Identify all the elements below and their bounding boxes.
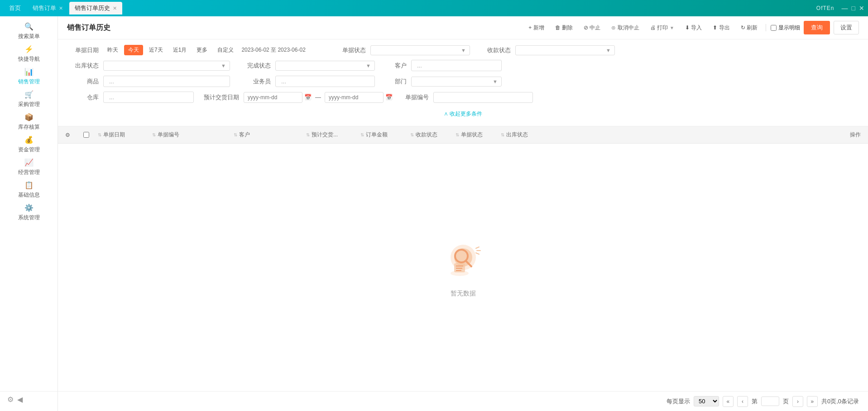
order-status-select[interactable]: ▼: [370, 45, 470, 55]
sort-icon-customer: ⇅: [234, 132, 237, 137]
date-tag-1month[interactable]: 近1月: [169, 45, 191, 55]
delivery-status-arrow: ▼: [221, 63, 226, 68]
main-content: 销售订单历史 + 新增 🗑 删除 ⊘ 中止 ⊙ 取消中止 🖨 打印 ▼ ⬇ 导入…: [58, 16, 868, 411]
toolbar-divider: [766, 24, 766, 31]
svg-line-4: [476, 247, 479, 248]
sidebar-item-search-menu-label: 搜索菜单: [18, 33, 40, 40]
print-label: 🖨 打印: [650, 24, 668, 32]
th-customer-label: 客户: [239, 131, 250, 139]
import-button[interactable]: ⬇ 导入: [681, 22, 705, 34]
tab-home-label: 首页: [9, 4, 21, 12]
stop-button[interactable]: ⊘ 中止: [580, 22, 604, 34]
date-tag-custom[interactable]: 自定义: [213, 45, 238, 55]
date-tag-group: 昨天 今天 近7天 近1月 更多 自定义: [103, 45, 238, 55]
maximize-btn[interactable]: □: [852, 5, 855, 12]
sidebar-item-inventory[interactable]: 📦 库存核算: [0, 111, 58, 133]
export-button[interactable]: ⬆ 导出: [709, 22, 733, 34]
sidebar-item-basic-info-label: 基础信息: [18, 191, 40, 199]
page-header: 销售订单历史 + 新增 🗑 删除 ⊘ 中止 ⊙ 取消中止 🖨 打印 ▼ ⬇ 导入…: [58, 16, 868, 39]
completion-status-select[interactable]: ▼: [275, 61, 375, 71]
department-select[interactable]: ▼: [411, 77, 502, 87]
date-tag-more[interactable]: 更多: [192, 45, 211, 55]
date-dash: —: [315, 94, 321, 101]
page-input[interactable]: 1: [761, 396, 779, 406]
sidebar: 🔍 搜索菜单 ⚡ 快捷导航 📊 销售管理 🛒 采购管理 📦 库存核算 💰 资金管…: [0, 16, 58, 411]
pagination-bar: 每页显示 50 10 20 100 « ‹ 第 1 页 › » 共0页,0条记录: [58, 391, 868, 411]
quick-nav-icon: ⚡: [24, 45, 34, 53]
completion-status-arrow: ▼: [366, 63, 371, 68]
delivery-date-start[interactable]: [244, 92, 302, 103]
date-tag-7days[interactable]: 近7天: [145, 45, 167, 55]
delivery-date-end-cal[interactable]: 📅: [385, 94, 393, 101]
print-button[interactable]: 🖨 打印 ▼: [647, 22, 678, 34]
prev-page-btn[interactable]: ‹: [737, 396, 748, 407]
show-detail-checkbox[interactable]: [771, 25, 777, 31]
page-size-select[interactable]: 50 10 20 100: [694, 396, 719, 406]
th-delivery-status[interactable]: ⇅ 出库状态: [497, 131, 542, 139]
order-no-input[interactable]: [433, 92, 533, 103]
sidebar-settings-icon[interactable]: ⚙: [7, 395, 14, 404]
sort-icon-order-no: ⇅: [152, 132, 156, 137]
customer-picker[interactable]: ...: [411, 60, 502, 71]
order-status-label: 单据状态: [339, 46, 370, 54]
tab-home[interactable]: 首页: [4, 2, 26, 15]
minimize-btn[interactable]: —: [842, 5, 848, 12]
query-button[interactable]: 查询: [804, 21, 830, 34]
sidebar-item-purchase-mgmt[interactable]: 🛒 采购管理: [0, 88, 58, 111]
show-detail-checkbox-label[interactable]: 显示明细: [771, 24, 800, 32]
sidebar-item-search-menu[interactable]: 🔍 搜索菜单: [0, 20, 58, 43]
system-icon: ⚙️: [24, 203, 34, 212]
order-status-arrow: ▼: [461, 48, 466, 53]
payment-status-select[interactable]: ▼: [515, 45, 615, 55]
refresh-button[interactable]: ↻ 刷新: [737, 22, 761, 34]
sidebar-item-quick-nav[interactable]: ⚡ 快捷导航: [0, 43, 58, 65]
last-page-btn[interactable]: »: [807, 396, 818, 407]
completion-status-label: 完成状态: [244, 62, 275, 70]
sidebar-item-basic-info[interactable]: 📋 基础信息: [0, 179, 58, 201]
sidebar-collapse-icon[interactable]: ◀: [17, 395, 23, 404]
th-pay-status[interactable]: ⇅ 收款状态: [407, 131, 452, 139]
date-tag-yesterday[interactable]: 昨天: [103, 45, 122, 55]
date-tag-today[interactable]: 今天: [124, 45, 143, 55]
delivery-date-start-cal[interactable]: 📅: [304, 94, 312, 101]
tab-sales-order-history-close[interactable]: ✕: [113, 5, 117, 11]
print-dropdown-icon[interactable]: ▼: [670, 25, 674, 30]
sort-icon-amount: ⇅: [360, 132, 364, 137]
tab-sales-order[interactable]: 销售订单 ✕: [27, 2, 68, 15]
delivery-date-end[interactable]: [325, 92, 384, 103]
th-customer[interactable]: ⇅ 客户: [230, 131, 302, 139]
th-amount[interactable]: ⇅ 订单金额: [357, 131, 407, 139]
th-delivery-date[interactable]: ⇅ 预计交货...: [302, 131, 357, 139]
first-page-btn[interactable]: «: [723, 396, 734, 407]
new-button[interactable]: + 新增: [525, 22, 547, 34]
delete-button[interactable]: 🗑 删除: [551, 22, 576, 34]
th-check[interactable]: [80, 132, 94, 138]
gear-icon[interactable]: ⚙: [65, 132, 70, 138]
cancel-stop-button[interactable]: ⊙ 取消中止: [608, 22, 643, 34]
sidebar-item-operations[interactable]: 📈 经营管理: [0, 156, 58, 179]
product-picker[interactable]: ...: [103, 76, 230, 87]
select-all-checkbox[interactable]: [83, 132, 89, 138]
customer-label: 客户: [388, 62, 411, 70]
th-amount-label: 订单金额: [366, 131, 388, 139]
sidebar-bottom: ⚙ ◀: [0, 391, 58, 407]
th-delivery-label: 预计交货...: [312, 131, 338, 139]
collapse-more[interactable]: ∧ 收起更多条件: [67, 107, 859, 121]
sidebar-item-system[interactable]: ⚙️ 系统管理: [0, 201, 58, 224]
th-order-no[interactable]: ⇅ 单据编号: [149, 131, 230, 139]
next-page-btn[interactable]: ›: [792, 396, 803, 407]
warehouse-picker[interactable]: ...: [103, 92, 194, 103]
sidebar-item-sales-mgmt[interactable]: 📊 销售管理: [0, 65, 58, 88]
settings-button[interactable]: 设置: [834, 21, 859, 34]
tab-sales-order-close[interactable]: ✕: [59, 5, 63, 11]
th-delivery-status-label: 出库状态: [506, 131, 528, 139]
delivery-status-select[interactable]: ▼: [103, 61, 230, 71]
sidebar-item-finance[interactable]: 💰 资金管理: [0, 133, 58, 156]
th-gear[interactable]: ⚙: [62, 132, 80, 138]
close-btn[interactable]: ✕: [859, 5, 864, 12]
sort-icon-delivery-status: ⇅: [501, 132, 504, 137]
th-order-status[interactable]: ⇅ 单据状态: [452, 131, 497, 139]
th-date[interactable]: ⇅ 单据日期: [94, 131, 149, 139]
tab-sales-order-history[interactable]: 销售订单历史 ✕: [69, 2, 122, 15]
salesperson-picker[interactable]: ...: [275, 76, 375, 87]
